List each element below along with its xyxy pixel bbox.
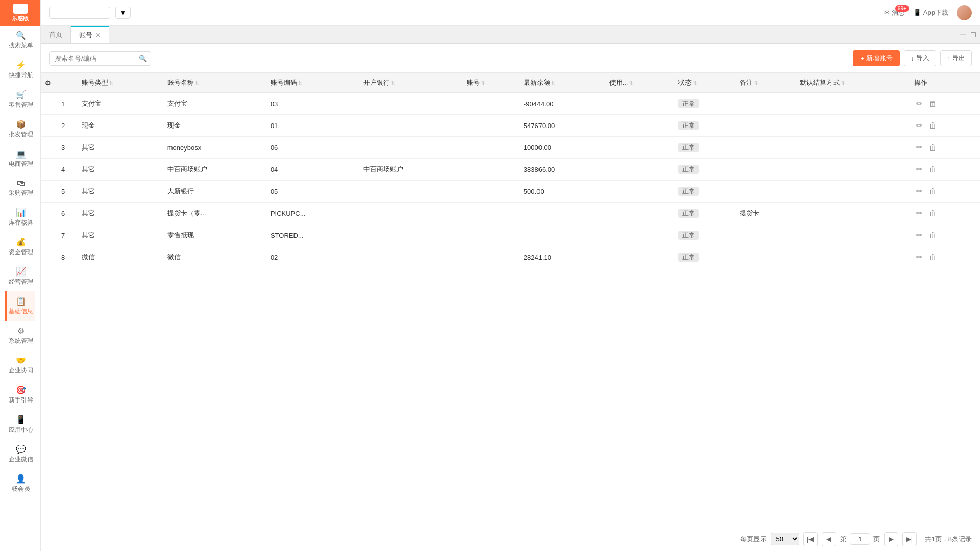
sidebar-item-basic[interactable]: 📋基础信息 — [5, 291, 35, 321]
search-icon[interactable]: 🔍 — [139, 55, 147, 62]
page-info: 第 页 — [840, 533, 880, 545]
messages-button[interactable]: ✉ 消息 99+ — [884, 8, 905, 17]
col-account[interactable]: 账号⇅ — [462, 73, 520, 93]
app-download-button[interactable]: 📱 App下载 — [913, 8, 948, 17]
menu-icon-basic: 📋 — [9, 296, 33, 306]
status-badge-3: 正常 — [678, 165, 699, 174]
col-name[interactable]: 账号名称⇅ — [163, 73, 266, 93]
cell-code-4: 05 — [266, 181, 359, 203]
status-badge-7: 正常 — [678, 253, 699, 262]
sidebar-item-shortcuts[interactable]: ⚡快捷导航 — [5, 55, 35, 85]
edit-button-6[interactable]: ✏ — [914, 230, 925, 241]
sidebar-label-purchase: 采购管理 — [9, 189, 33, 196]
cell-seq-7: 8 — [57, 246, 78, 268]
col-seq — [57, 73, 78, 93]
sidebar-item-purchase[interactable]: 🛍采购管理 — [5, 173, 35, 203]
col-default-payment[interactable]: 默认结算方式⇅ — [796, 73, 910, 93]
edit-button-1[interactable]: ✏ — [914, 120, 925, 131]
edit-button-4[interactable]: ✏ — [914, 186, 925, 197]
sidebar-item-wholesale[interactable]: 📦批发管理 — [5, 114, 35, 144]
cell-code-3: 04 — [266, 159, 359, 181]
sidebar-item-guide[interactable]: 🎯新手引导 — [5, 380, 35, 410]
header-dropdown[interactable]: ▼ — [115, 7, 131, 19]
cell-remark-2 — [736, 137, 796, 159]
delete-button-1[interactable]: 🗑 — [927, 120, 939, 131]
col-balance[interactable]: 最新余额⇅ — [520, 73, 605, 93]
tab-account[interactable]: 账号 ✕ — [71, 26, 109, 43]
col-settings[interactable]: ⚙ — [41, 73, 57, 93]
col-remark[interactable]: 备注⇅ — [736, 73, 796, 93]
page-prev-button[interactable]: ◀ — [822, 532, 836, 546]
delete-button-5[interactable]: 🗑 — [927, 208, 939, 218]
delete-button-3[interactable]: 🗑 — [927, 164, 939, 174]
page-size-select[interactable]: 50 10 20 100 — [771, 533, 799, 545]
delete-button-4[interactable]: 🗑 — [927, 186, 939, 196]
sidebar-item-finance[interactable]: 💰资金管理 — [5, 232, 35, 262]
cell-balance-1: 547670.00 — [520, 115, 605, 137]
tab-maximize-icon[interactable]: □ — [971, 30, 976, 39]
cell-balance-0: -90444.00 — [520, 93, 605, 115]
cell-usage-0 — [605, 93, 674, 115]
page-next-button[interactable]: ▶ — [884, 532, 898, 546]
cell-seq-0: 1 — [57, 93, 78, 115]
page-first-button[interactable]: |◀ — [803, 532, 818, 546]
search-input[interactable] — [49, 51, 151, 66]
delete-button-0[interactable]: 🗑 — [927, 98, 939, 109]
sidebar-item-cooperation[interactable]: 🤝企业协同 — [5, 350, 35, 380]
sidebar-item-search[interactable]: 🔍搜索菜单 — [5, 26, 35, 55]
cell-actions-1: ✏ 🗑 — [910, 115, 980, 137]
tab-home[interactable]: 首页 — [41, 26, 71, 43]
edit-button-3[interactable]: ✏ — [914, 164, 925, 175]
sidebar-item-retail[interactable]: 🛒零售管理 — [5, 85, 35, 114]
delete-button-7[interactable]: 🗑 — [927, 252, 939, 262]
cell-account-5 — [462, 203, 520, 224]
cell-actions-4: ✏ 🗑 — [910, 181, 980, 203]
sidebar-item-member[interactable]: 👤畅会员 — [5, 469, 35, 498]
sidebar-item-wechat[interactable]: 💬企业微信 — [5, 439, 35, 469]
sidebar-label-system: 系统管理 — [9, 337, 33, 344]
sidebar-item-ecommerce[interactable]: 💻电商管理 — [5, 144, 35, 173]
status-badge-1: 正常 — [678, 121, 699, 130]
col-status[interactable]: 状态⇅ — [674, 73, 736, 93]
sidebar-item-system[interactable]: ⚙系统管理 — [5, 321, 35, 350]
edit-button-5[interactable]: ✏ — [914, 208, 925, 219]
col-usage[interactable]: 使用...⇅ — [605, 73, 674, 93]
tab-minimize-icon[interactable]: ─ — [960, 30, 966, 39]
sidebar-item-operations[interactable]: 📈经营管理 — [5, 262, 35, 291]
cell-remark-5: 提货卡 — [736, 203, 796, 224]
sidebar-label-inventory: 库存核算 — [9, 219, 33, 226]
sidebar-label-guide: 新手引导 — [9, 396, 33, 404]
import-button[interactable]: ↓ 导入 — [904, 50, 936, 66]
cell-type-7: 微信 — [78, 246, 163, 268]
tab-bar: 首页 账号 ✕ ─ □ — [41, 26, 980, 44]
cell-status-0: 正常 — [674, 93, 736, 115]
export-icon: ↑ — [947, 55, 950, 62]
page-last-button[interactable]: ▶| — [902, 532, 917, 546]
cell-balance-6 — [520, 224, 605, 246]
delete-button-6[interactable]: 🗑 — [927, 230, 939, 240]
cell-type-5: 其它 — [78, 203, 163, 224]
edit-button-2[interactable]: ✏ — [914, 142, 925, 153]
edit-button-0[interactable]: ✏ — [914, 98, 925, 109]
message-badge: 99+ — [895, 5, 909, 12]
top-search-input[interactable] — [49, 7, 110, 19]
tab-account-close[interactable]: ✕ — [95, 32, 101, 39]
import-label: 导入 — [916, 54, 929, 63]
edit-button-7[interactable]: ✏ — [914, 252, 925, 263]
import-icon: ↓ — [911, 55, 914, 62]
sidebar-item-apps[interactable]: 📱应用中心 — [5, 410, 35, 439]
export-button[interactable]: ↑ 导出 — [940, 50, 972, 66]
cell-balance-7: 28241.10 — [520, 246, 605, 268]
col-bank[interactable]: 开户银行⇅ — [359, 73, 462, 93]
add-account-button[interactable]: + 新增账号 — [853, 50, 900, 66]
sidebar-item-inventory[interactable]: 📊库存核算 — [5, 203, 35, 232]
user-avatar[interactable] — [957, 5, 972, 20]
cell-actions-5: ✏ 🗑 — [910, 203, 980, 224]
page-input[interactable] — [850, 533, 870, 545]
status-badge-4: 正常 — [678, 187, 699, 196]
col-type[interactable]: 账号类型⇅ — [78, 73, 163, 93]
col-code[interactable]: 账号编码⇅ — [266, 73, 359, 93]
cell-default-payment-1 — [796, 115, 910, 137]
add-icon: + — [860, 55, 864, 62]
delete-button-2[interactable]: 🗑 — [927, 142, 939, 153]
